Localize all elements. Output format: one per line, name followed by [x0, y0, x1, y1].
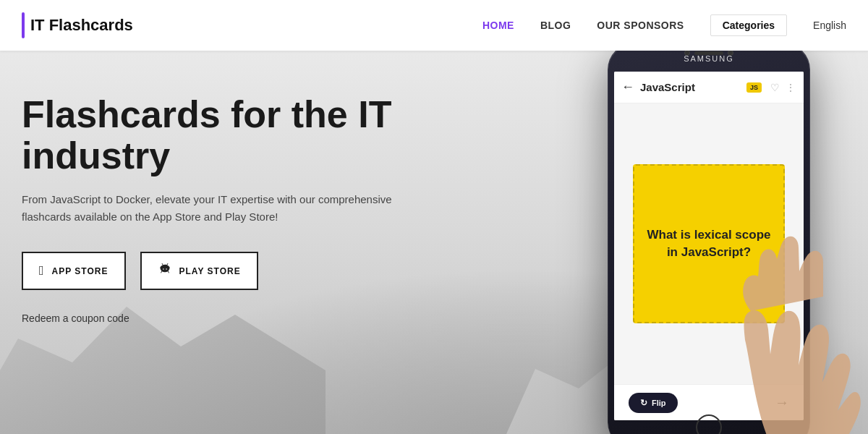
nav-blog[interactable]: BLOG [540, 20, 571, 31]
flip-icon: ↻ [640, 398, 647, 408]
hero-title: Flashcards for the IT industry [22, 94, 470, 176]
app-store-label: APP STORE [52, 266, 109, 276]
hero-section: Flashcards for the IT industry From Java… [0, 51, 868, 434]
back-arrow-icon[interactable]: ← [621, 80, 634, 95]
more-options-icon[interactable]: ⋮ [786, 82, 796, 93]
hand-illustration [665, 210, 868, 434]
flip-label: Flip [652, 399, 666, 407]
nav-home[interactable]: HOME [482, 20, 514, 31]
app-bar: ← JavaScript JS ♡ ⋮ [614, 72, 804, 103]
hero-subtitle: From JavaScript to Docker, elevate your … [22, 191, 441, 226]
play-store-label: PLAY STORE [179, 266, 241, 276]
logo-text: IT Flashcards [30, 16, 133, 35]
play-store-button[interactable]: PLAY STORE [140, 252, 258, 290]
js-badge: JS [746, 82, 762, 93]
hero-content: Flashcards for the IT industry From Java… [22, 94, 470, 325]
logo-area: IT Flashcards [22, 12, 133, 38]
nav-language[interactable]: English [813, 20, 846, 31]
navbar: IT Flashcards HOME BLOG OUR SPONSORS Cat… [0, 0, 868, 51]
heart-icon[interactable]: ♡ [770, 82, 780, 93]
nav-sponsors[interactable]: OUR SPONSORS [597, 20, 684, 31]
app-store-button[interactable]:  APP STORE [22, 252, 126, 290]
coupon-link[interactable]: Redeem a coupon code [22, 312, 129, 324]
android-icon [158, 262, 172, 280]
nav-links: HOME BLOG OUR SPONSORS Categories Englis… [482, 14, 846, 36]
apple-icon:  [39, 263, 45, 278]
app-bar-title: JavaScript [640, 81, 741, 93]
nav-categories-button[interactable]: Categories [710, 14, 787, 36]
store-buttons-group:  APP STORE PLAY STORE [22, 252, 470, 290]
samsung-brand: SAMSUNG [684, 54, 734, 63]
logo-bar-icon [22, 12, 25, 38]
phone-mockup: SAMSUNG ← JavaScript JS ♡ ⋮ What is lexi… [608, 51, 810, 434]
